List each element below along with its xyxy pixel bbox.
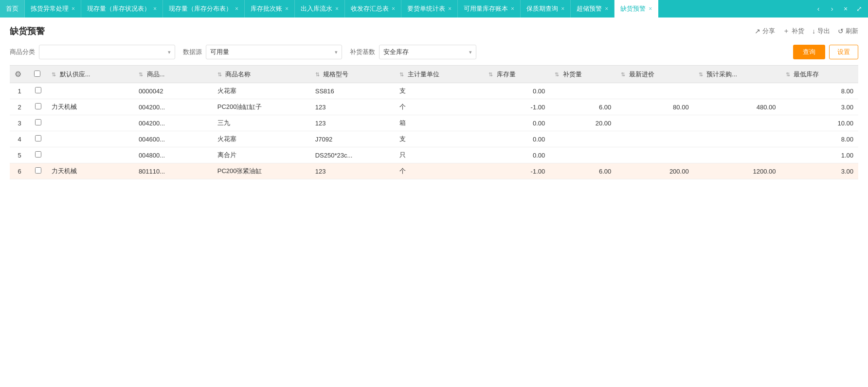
close-tab-icon[interactable]: × bbox=[448, 5, 452, 12]
cell-code: 004200... bbox=[134, 115, 213, 131]
cell-name: PC200油缸缸子 bbox=[213, 99, 310, 115]
topbar-item-label: 拣货异常处理 bbox=[31, 4, 69, 13]
replenish-base-filter-group: 补货基数 安全库存 ▾ bbox=[350, 45, 476, 59]
topbar-item-label: 首页 bbox=[6, 4, 18, 13]
col-name-header[interactable]: 商品名称 bbox=[213, 66, 310, 83]
settings-gear-icon[interactable]: ⚙ bbox=[15, 70, 21, 78]
topbar-item-label: 出入库流水 bbox=[301, 4, 332, 13]
cell-spec: 123 bbox=[310, 163, 395, 179]
cell-latest-price: 200.00 bbox=[616, 163, 693, 179]
row-checkbox[interactable] bbox=[35, 135, 41, 141]
page-header: 缺货预警 ↗ 分享 ＋ 补货 ↓ 导出 ↺ 刷新 bbox=[10, 25, 858, 37]
datasource-select[interactable]: 可用量 ▾ bbox=[206, 45, 342, 59]
col-price-header[interactable]: 最新进价 bbox=[616, 66, 693, 83]
topbar-item-label: 可用量库存账本 bbox=[464, 4, 508, 13]
topbar-item-home[interactable]: 首页 bbox=[0, 0, 25, 18]
cell-name: PC200张紧油缸 bbox=[213, 163, 310, 179]
row-checkbox[interactable] bbox=[35, 103, 41, 109]
close-tab-icon[interactable]: × bbox=[392, 5, 395, 12]
select-all-checkbox[interactable] bbox=[34, 70, 40, 77]
share-button[interactable]: ↗ 分享 bbox=[755, 27, 775, 35]
row-checkbox-cell bbox=[29, 163, 47, 179]
topbar-item-label: 库存批次账 bbox=[251, 4, 282, 13]
topbar-item-stock-dist[interactable]: 现存量（库存分布表）× bbox=[163, 0, 245, 18]
cell-unit: 支 bbox=[395, 131, 484, 147]
prev-tab-button[interactable]: ‹ bbox=[812, 2, 825, 16]
refresh-button[interactable]: ↺ 刷新 bbox=[838, 27, 858, 35]
close-tab-icon[interactable]: × bbox=[335, 5, 339, 12]
cell-min-stock: 10.00 bbox=[781, 115, 858, 131]
topbar-item-batch[interactable]: 库存批次账× bbox=[245, 0, 295, 18]
topbar-controls: ‹ › × ⤢ bbox=[812, 2, 868, 16]
cell-estimated: 1200.00 bbox=[694, 163, 781, 179]
col-minstock-header[interactable]: 最低库存 bbox=[781, 66, 858, 83]
cell-supplier bbox=[47, 131, 134, 147]
close-tab-icon[interactable]: × bbox=[605, 5, 608, 12]
topbar-item-stock-status[interactable]: 现存量（库存状况表）× bbox=[81, 0, 163, 18]
row-checkbox-cell bbox=[29, 147, 47, 163]
export-button[interactable]: ↓ 导出 bbox=[812, 27, 830, 35]
replenish-button[interactable]: ＋ 补货 bbox=[783, 27, 804, 35]
cell-code: 004600... bbox=[134, 131, 213, 147]
col-unit-header[interactable]: 主计量单位 bbox=[395, 66, 484, 83]
row-checkbox[interactable] bbox=[35, 87, 41, 93]
cell-stock: -1.00 bbox=[484, 163, 550, 179]
cell-estimated: 480.00 bbox=[694, 99, 781, 115]
cell-replenish: 6.00 bbox=[550, 163, 616, 179]
cell-unit: 支 bbox=[395, 83, 484, 99]
topbar-item-receipt-summary[interactable]: 收发存汇总表× bbox=[345, 0, 401, 18]
cell-latest-price bbox=[616, 131, 693, 147]
datasource-filter-group: 数据源 可用量 ▾ bbox=[183, 45, 342, 59]
topbar-item-abnormal[interactable]: 拣货异常处理× bbox=[25, 0, 81, 18]
table-row: 4004600...火花塞J7092支0.008.00 bbox=[10, 131, 858, 147]
col-settings[interactable]: ⚙ bbox=[10, 66, 29, 83]
category-select[interactable]: ▾ bbox=[39, 45, 175, 59]
row-checkbox-cell bbox=[29, 99, 47, 115]
page-actions: ↗ 分享 ＋ 补货 ↓ 导出 ↺ 刷新 bbox=[755, 27, 858, 35]
col-check-header[interactable] bbox=[29, 66, 47, 83]
replenish-base-select[interactable]: 安全库存 ▾ bbox=[379, 45, 476, 59]
settings-button[interactable]: 设置 bbox=[829, 45, 858, 59]
col-stock-header[interactable]: 库存量 bbox=[484, 66, 550, 83]
maximize-button[interactable]: ⤢ bbox=[852, 2, 866, 16]
row-checkbox[interactable] bbox=[35, 167, 41, 174]
close-window-button[interactable]: × bbox=[839, 2, 852, 16]
topbar-item-order-stats[interactable]: 要货单统计表× bbox=[401, 0, 458, 18]
category-label: 商品分类 bbox=[10, 48, 35, 56]
topbar-item-shortage[interactable]: 缺货预警× bbox=[615, 0, 658, 18]
row-checkbox[interactable] bbox=[35, 151, 41, 158]
row-checkbox[interactable] bbox=[35, 119, 41, 125]
datasource-select-value: 可用量 bbox=[210, 48, 335, 56]
topbar-item-available-ledger[interactable]: 可用量库存账本× bbox=[458, 0, 521, 18]
cell-replenish: 20.00 bbox=[550, 115, 616, 131]
close-tab-icon[interactable]: × bbox=[561, 5, 564, 12]
cell-spec: SS816 bbox=[310, 83, 395, 99]
cell-min-stock: 3.00 bbox=[781, 99, 858, 115]
close-tab-icon[interactable]: × bbox=[511, 5, 514, 12]
replenish-icon: ＋ bbox=[783, 27, 790, 35]
topbar-item-inout-flow[interactable]: 出入库流水× bbox=[295, 0, 345, 18]
cell-name: 火花塞 bbox=[213, 131, 310, 147]
col-supplier-header[interactable]: 默认供应... bbox=[47, 66, 134, 83]
filter-actions: 查询 设置 bbox=[793, 45, 858, 59]
col-replenish-header[interactable]: 补货量 bbox=[550, 66, 616, 83]
close-tab-icon[interactable]: × bbox=[649, 5, 652, 12]
table-row: 10000042火花塞SS816支0.008.00 bbox=[10, 83, 858, 99]
close-tab-icon[interactable]: × bbox=[285, 5, 289, 12]
row-index: 1 bbox=[10, 83, 29, 99]
col-code-header[interactable]: 商品... bbox=[134, 66, 213, 83]
col-estimate-header[interactable]: 预计采购... bbox=[694, 66, 781, 83]
topbar-item-overstock[interactable]: 超储预警× bbox=[571, 0, 615, 18]
cell-latest-price bbox=[616, 115, 693, 131]
topbar-item-label: 现存量（库存状况表） bbox=[87, 4, 150, 13]
next-tab-button[interactable]: › bbox=[825, 2, 839, 16]
topbar-item-expiry[interactable]: 保质期查询× bbox=[521, 0, 571, 18]
main-content: 缺货预警 ↗ 分享 ＋ 补货 ↓ 导出 ↺ 刷新 商品分类 bbox=[0, 18, 868, 387]
query-button[interactable]: 查询 bbox=[793, 45, 825, 59]
close-tab-icon[interactable]: × bbox=[72, 5, 75, 12]
topbar-item-label: 缺货预警 bbox=[620, 4, 646, 13]
close-tab-icon[interactable]: × bbox=[235, 5, 238, 12]
col-spec-header[interactable]: 规格型号 bbox=[310, 66, 395, 83]
table-row: 2力天机械004200...PC200油缸缸子123个-1.006.0080.0… bbox=[10, 99, 858, 115]
close-tab-icon[interactable]: × bbox=[153, 5, 157, 12]
